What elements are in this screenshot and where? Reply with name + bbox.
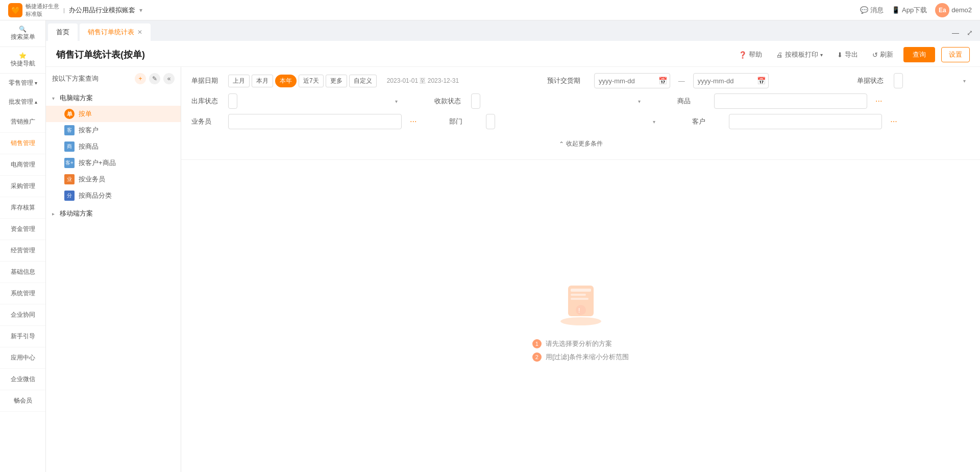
empty-hints: 1 请先选择要分析的方案 2 用[过滤]条件来缩小分析范围: [532, 339, 629, 362]
collapse-icon: ⌃: [559, 140, 564, 148]
export-btn[interactable]: ⬇ 导出: [833, 48, 862, 61]
sidebar-item-marketing[interactable]: 营销推广: [0, 111, 45, 133]
sidebar-item-basic[interactable]: 基础信息: [0, 262, 45, 283]
settings-button[interactable]: 设置: [941, 47, 970, 62]
sidebar-item-wechat[interactable]: 企业微信: [0, 369, 45, 390]
collapse-btn[interactable]: ⌃ 收起更多条件: [556, 136, 606, 151]
wechat-label: 企业微信: [11, 375, 35, 383]
date-btn-custom[interactable]: 自定义: [349, 75, 377, 87]
calendar-from-icon[interactable]: 📅: [658, 77, 667, 85]
sidebar-shortcut[interactable]: ⭐ 快捷导航: [0, 47, 45, 74]
date-btn-7days[interactable]: 近7天: [299, 75, 324, 87]
order-status-select[interactable]: [894, 73, 903, 88]
plan-item-by-category[interactable]: 分 按商品分类: [46, 187, 181, 204]
product-more-icon[interactable]: ···: [875, 97, 882, 106]
export-icon: ⬇: [837, 51, 843, 59]
tab-sales-stat[interactable]: 销售订单统计表 ✕: [80, 23, 151, 41]
tab-home[interactable]: 首页: [48, 23, 78, 41]
svg-rect-4: [571, 298, 589, 300]
sidebar-item-purchase[interactable]: 采购管理: [0, 176, 45, 197]
enterprise-label: 企业协同: [11, 311, 35, 318]
by-customer-label: 按客户: [79, 126, 99, 135]
mobile-group-label: 移动端方案: [60, 209, 93, 218]
payment-status-select[interactable]: [471, 93, 480, 109]
sidebar-item-finance[interactable]: 资金管理: [0, 219, 45, 240]
left-panel-title: 按以下方案查询: [52, 74, 99, 83]
product-label: 商品: [677, 97, 708, 106]
home-tab-label: 首页: [56, 28, 69, 37]
date-btn-last-month[interactable]: 上月: [228, 75, 250, 87]
newbie-label: 新手引导: [11, 333, 35, 340]
tab-minimize-btn[interactable]: —: [949, 27, 962, 39]
plan-item-by-cust-prod[interactable]: 客+ 按客户+商品: [46, 155, 181, 171]
edit-plan-btn[interactable]: ✎: [149, 73, 160, 84]
plan-item-by-salesperson[interactable]: 业 按业务员: [46, 171, 181, 187]
customer-input[interactable]: [729, 114, 882, 129]
business-label: 经营管理: [11, 247, 35, 254]
sidebar-item-retail[interactable]: 零售管理 ▾: [0, 74, 45, 92]
sidebar-item-business[interactable]: 经营管理: [0, 240, 45, 262]
date-buttons: 上月 本月 本年 近7天 更多 自定义: [228, 75, 377, 87]
tab-close-icon[interactable]: ✕: [137, 29, 142, 36]
sidebar-item-sales[interactable]: 销售管理: [0, 133, 45, 154]
mobile-group-header[interactable]: ▸ 移动端方案: [46, 206, 181, 221]
department-select[interactable]: [486, 114, 495, 129]
collapse-panel-btn[interactable]: «: [163, 73, 175, 84]
date-btn-this-month[interactable]: 本月: [252, 75, 273, 87]
ecommerce-label: 电商管理: [11, 161, 35, 168]
sidebar: 🔍 搜索菜单 ⭐ 快捷导航 零售管理 ▾ 批发管理 ▴ 营销推广 销售管理 电商…: [0, 20, 46, 472]
sales-label: 销售管理: [11, 139, 35, 147]
product-input[interactable]: [714, 93, 867, 109]
by-order-icon: 单: [64, 109, 75, 119]
sidebar-search[interactable]: 🔍 搜索菜单: [0, 20, 45, 47]
query-button[interactable]: 查询: [903, 47, 935, 62]
shortcut-icon: ⭐: [19, 52, 27, 59]
page-actions: ❓ 帮助 🖨 按模板打印 ▾ ⬇ 导出 ↺ 刷新: [734, 47, 970, 62]
top-bar: 🧡 畅捷通好生意 标准版 | 办公用品行业模拟账套 ▾ 💬 消息 📱 App下载…: [0, 0, 980, 20]
top-bar-right: 💬 消息 📱 App下载 Ea demo2: [860, 3, 972, 17]
sidebar-item-inventory[interactable]: 库存核算: [0, 197, 45, 219]
plan-item-by-order[interactable]: 单 按单: [46, 106, 181, 122]
plan-item-by-product[interactable]: 商 按商品: [46, 138, 181, 155]
by-product-icon: 商: [64, 141, 75, 152]
message-icon: 💬: [860, 6, 868, 14]
download-icon: 📱: [892, 6, 900, 14]
date-btn-this-year[interactable]: 本年: [275, 75, 297, 87]
print-btn[interactable]: 🖨 按模板打印 ▾: [772, 48, 827, 61]
date-range-display: 2023-01-01 至 2023-12-31: [387, 77, 459, 85]
sidebar-item-system[interactable]: 系统管理: [0, 283, 45, 304]
date-btn-more[interactable]: 更多: [326, 75, 347, 87]
workspace-arrow-icon[interactable]: ▾: [139, 7, 142, 14]
user-area[interactable]: Ea demo2: [935, 3, 972, 17]
add-plan-btn[interactable]: +: [135, 73, 146, 84]
sidebar-item-apps[interactable]: 应用中心: [0, 347, 45, 369]
date-label: 单据日期: [191, 76, 222, 85]
tab-expand-btn[interactable]: ⤢: [964, 27, 976, 39]
sidebar-item-newbie[interactable]: 新手引导: [0, 326, 45, 347]
logo-icon: 🧡: [8, 3, 22, 17]
retail-arrow-icon: ▾: [35, 80, 37, 86]
avatar: Ea: [935, 3, 949, 17]
plan-item-by-customer[interactable]: 客 按客户: [46, 122, 181, 138]
desktop-group-header[interactable]: ▾ 电脑端方案: [46, 90, 181, 106]
print-arrow-icon: ▾: [820, 52, 823, 58]
department-label: 部门: [449, 117, 480, 126]
refresh-btn[interactable]: ↺ 刷新: [868, 48, 897, 61]
customer-more-icon[interactable]: ···: [890, 117, 897, 126]
page-title: 销售订单统计表(按单): [56, 49, 145, 61]
download-btn[interactable]: 📱 App下载: [892, 6, 927, 15]
message-btn[interactable]: 💬 消息: [860, 6, 884, 15]
svg-rect-2: [571, 289, 591, 292]
mobile-plan-group: ▸ 移动端方案: [46, 206, 181, 221]
out-status-select[interactable]: [228, 93, 237, 109]
sidebar-item-wholesale[interactable]: 批发管理 ▴: [0, 92, 45, 111]
calendar-to-icon[interactable]: 📅: [757, 77, 766, 85]
sidebar-item-ecommerce[interactable]: 电商管理: [0, 154, 45, 176]
salesperson-input[interactable]: [228, 114, 402, 129]
collapse-row: ⌃ 收起更多条件: [191, 134, 970, 153]
sidebar-item-member[interactable]: 畅会员: [0, 390, 45, 412]
salesperson-more-icon[interactable]: ···: [410, 117, 416, 126]
help-btn[interactable]: ❓ 帮助: [734, 48, 766, 61]
sidebar-item-enterprise[interactable]: 企业协同: [0, 304, 45, 326]
retail-label: 零售管理: [9, 79, 33, 87]
